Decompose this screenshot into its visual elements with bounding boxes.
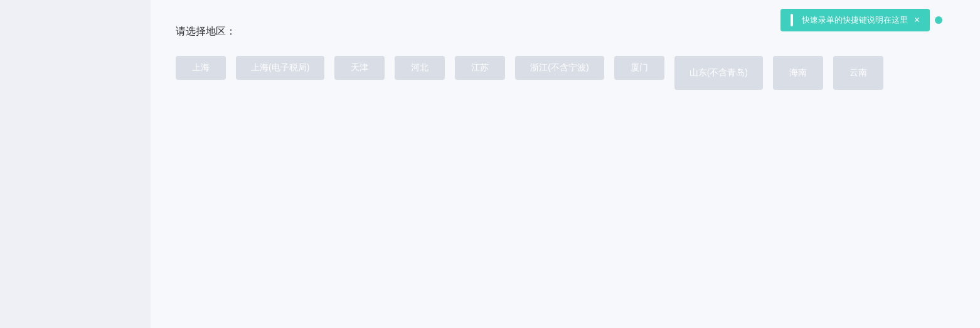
region-btn-jiangsu[interactable]: 江苏 <box>455 56 505 80</box>
tooltip-bar: 快速录单的快捷键说明在这里 × <box>780 9 942 31</box>
region-btn-shanghai-etax[interactable]: 上海(电子税局) <box>236 56 324 80</box>
region-row-2: 山东(不含青岛) 海南 云南 <box>674 56 883 90</box>
region-btn-tianjin[interactable]: 天津 <box>334 56 385 80</box>
tooltip-box[interactable]: 快速录单的快捷键说明在这里 × <box>780 9 930 31</box>
tooltip-text: 快速录单的快捷键说明在这里 <box>802 14 908 26</box>
region-btn-shandong[interactable]: 山东(不含青岛) <box>674 56 763 90</box>
region-btn-xiamen[interactable]: 厦门 <box>614 56 664 80</box>
tooltip-dot-icon <box>935 16 942 24</box>
region-btn-zhejiang[interactable]: 浙江(不含宁波) <box>515 56 604 80</box>
region-btn-hebei[interactable]: 河北 <box>395 56 445 80</box>
main-content: 快速录单的快捷键说明在这里 × 请选择地区： 上海 上海(电子税局) 天津 河北… <box>151 0 980 328</box>
region-btn-hainan[interactable]: 海南 <box>773 56 823 90</box>
tooltip-close-icon[interactable]: × <box>914 15 920 25</box>
region-row-1: 上海 上海(电子税局) 天津 河北 江苏 浙江(不含宁波) 厦门 <box>176 56 664 80</box>
region-buttons-container: 上海 上海(电子税局) 天津 河北 江苏 浙江(不含宁波) 厦门 山东(不含青岛… <box>176 56 955 90</box>
region-btn-yunnan[interactable]: 云南 <box>833 56 883 90</box>
bar-indicator-icon <box>791 14 793 26</box>
sidebar <box>0 0 151 328</box>
region-btn-shanghai[interactable]: 上海 <box>176 56 226 80</box>
